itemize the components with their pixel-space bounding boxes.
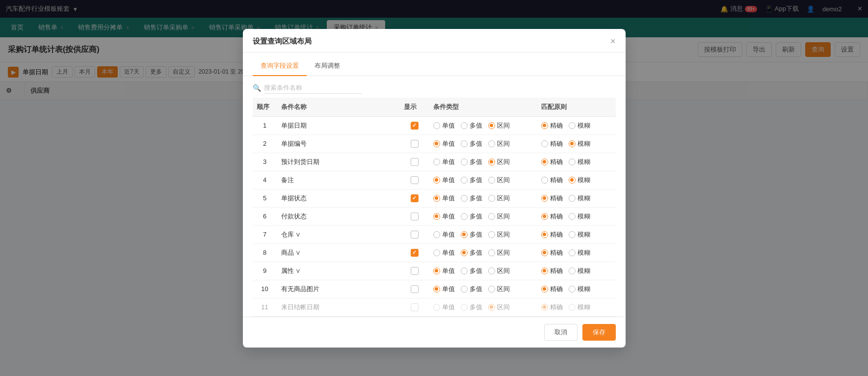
cell-show[interactable] bbox=[400, 116, 429, 134]
type-radio-item[interactable]: 单值 bbox=[433, 158, 455, 166]
match-radio-item[interactable]: 精确 bbox=[541, 158, 563, 166]
radio-circle[interactable] bbox=[433, 268, 440, 274]
cell-show[interactable] bbox=[400, 225, 429, 243]
type-radio-item[interactable]: 区间 bbox=[488, 303, 510, 312]
show-checkbox[interactable] bbox=[411, 176, 419, 184]
radio-circle[interactable] bbox=[433, 122, 440, 129]
radio-circle[interactable] bbox=[488, 231, 495, 238]
match-radio-circle[interactable] bbox=[541, 304, 548, 311]
match-radio-circle[interactable] bbox=[541, 286, 548, 293]
type-radio-item[interactable]: 区间 bbox=[488, 285, 510, 294]
match-radio-item[interactable]: 精确 bbox=[541, 303, 563, 312]
match-radio-item[interactable]: 精确 bbox=[541, 176, 563, 185]
type-radio-item[interactable]: 多值 bbox=[461, 194, 482, 203]
tab-layout-adjust[interactable]: 布局调整 bbox=[307, 58, 348, 76]
save-button[interactable]: 保存 bbox=[582, 324, 616, 341]
type-radio-item[interactable]: 多值 bbox=[461, 212, 482, 221]
match-radio-item[interactable]: 模糊 bbox=[569, 194, 590, 203]
radio-circle[interactable] bbox=[433, 213, 440, 220]
match-radio-item[interactable]: 模糊 bbox=[569, 248, 590, 257]
match-radio-item[interactable]: 模糊 bbox=[569, 176, 590, 185]
type-radio-item[interactable]: 区间 bbox=[488, 248, 510, 257]
show-checkbox[interactable] bbox=[411, 140, 419, 148]
show-checkbox[interactable] bbox=[411, 158, 419, 166]
match-radio-circle[interactable] bbox=[541, 213, 548, 220]
match-radio-item[interactable]: 模糊 bbox=[569, 230, 590, 239]
type-radio-item[interactable]: 区间 bbox=[488, 230, 510, 239]
type-radio-item[interactable]: 单值 bbox=[433, 176, 455, 185]
radio-circle[interactable] bbox=[488, 268, 495, 274]
type-radio-item[interactable]: 单值 bbox=[433, 303, 455, 312]
show-checkbox[interactable] bbox=[411, 267, 419, 275]
type-radio-item[interactable]: 多值 bbox=[461, 248, 482, 257]
radio-circle[interactable] bbox=[461, 268, 468, 274]
cell-show[interactable] bbox=[400, 134, 429, 153]
match-radio-item[interactable]: 模糊 bbox=[569, 267, 590, 275]
match-radio-circle[interactable] bbox=[541, 159, 548, 165]
modal-close-button[interactable]: × bbox=[610, 37, 616, 46]
type-radio-item[interactable]: 单值 bbox=[433, 212, 455, 221]
radio-circle[interactable] bbox=[433, 231, 440, 238]
type-radio-item[interactable]: 单值 bbox=[433, 248, 455, 257]
match-radio-item[interactable]: 精确 bbox=[541, 121, 563, 130]
radio-circle[interactable] bbox=[461, 159, 468, 165]
match-radio-item[interactable]: 精确 bbox=[541, 285, 563, 294]
radio-circle[interactable] bbox=[461, 195, 468, 202]
match-radio-item[interactable]: 精确 bbox=[541, 248, 563, 257]
match-radio-item[interactable]: 模糊 bbox=[569, 121, 590, 130]
match-radio-item[interactable]: 精确 bbox=[541, 230, 563, 239]
type-radio-item[interactable]: 区间 bbox=[488, 212, 510, 221]
radio-circle[interactable] bbox=[488, 159, 495, 165]
radio-circle[interactable] bbox=[461, 140, 468, 147]
radio-circle[interactable] bbox=[488, 177, 495, 184]
show-checkbox[interactable] bbox=[411, 285, 419, 293]
cell-show[interactable] bbox=[400, 262, 429, 280]
match-radio-item[interactable]: 模糊 bbox=[569, 139, 590, 148]
show-checkbox[interactable] bbox=[411, 231, 419, 239]
cell-show[interactable] bbox=[400, 243, 429, 262]
type-radio-item[interactable]: 单值 bbox=[433, 139, 455, 148]
match-radio-circle[interactable] bbox=[541, 231, 548, 238]
match-radio-circle[interactable] bbox=[541, 268, 548, 274]
match-radio-circle[interactable] bbox=[569, 177, 576, 184]
tab-query-fields[interactable]: 查询字段设置 bbox=[253, 58, 307, 76]
match-radio-circle[interactable] bbox=[569, 249, 576, 256]
match-radio-circle[interactable] bbox=[541, 122, 548, 129]
type-radio-item[interactable]: 区间 bbox=[488, 121, 510, 130]
type-radio-item[interactable]: 多值 bbox=[461, 230, 482, 239]
type-radio-item[interactable]: 多值 bbox=[461, 176, 482, 185]
radio-circle[interactable] bbox=[488, 249, 495, 256]
type-radio-item[interactable]: 区间 bbox=[488, 158, 510, 166]
match-radio-circle[interactable] bbox=[541, 177, 548, 184]
radio-circle[interactable] bbox=[461, 213, 468, 220]
match-radio-circle[interactable] bbox=[569, 286, 576, 293]
cell-show[interactable] bbox=[400, 171, 429, 189]
radio-circle[interactable] bbox=[433, 177, 440, 184]
cell-show[interactable] bbox=[400, 298, 429, 316]
radio-circle[interactable] bbox=[461, 286, 468, 293]
cell-show[interactable] bbox=[400, 280, 429, 298]
radio-circle[interactable] bbox=[433, 159, 440, 165]
type-radio-item[interactable]: 单值 bbox=[433, 194, 455, 203]
radio-circle[interactable] bbox=[488, 213, 495, 220]
match-radio-circle[interactable] bbox=[569, 159, 576, 165]
cancel-button[interactable]: 取消 bbox=[544, 324, 578, 341]
match-radio-item[interactable]: 精确 bbox=[541, 212, 563, 221]
type-radio-item[interactable]: 多值 bbox=[461, 139, 482, 148]
radio-circle[interactable] bbox=[433, 249, 440, 256]
radio-circle[interactable] bbox=[488, 140, 495, 147]
type-radio-item[interactable]: 单值 bbox=[433, 267, 455, 275]
match-radio-circle[interactable] bbox=[569, 122, 576, 129]
radio-circle[interactable] bbox=[488, 195, 495, 202]
radio-circle[interactable] bbox=[461, 231, 468, 238]
type-radio-item[interactable]: 区间 bbox=[488, 194, 510, 203]
match-radio-item[interactable]: 精确 bbox=[541, 194, 563, 203]
radio-circle[interactable] bbox=[433, 140, 440, 147]
radio-circle[interactable] bbox=[461, 304, 468, 311]
show-checkbox[interactable] bbox=[411, 213, 419, 220]
cell-show[interactable] bbox=[400, 189, 429, 207]
show-checkbox[interactable] bbox=[411, 303, 419, 311]
match-radio-circle[interactable] bbox=[569, 231, 576, 238]
type-radio-item[interactable]: 多值 bbox=[461, 285, 482, 294]
type-radio-item[interactable]: 区间 bbox=[488, 267, 510, 275]
